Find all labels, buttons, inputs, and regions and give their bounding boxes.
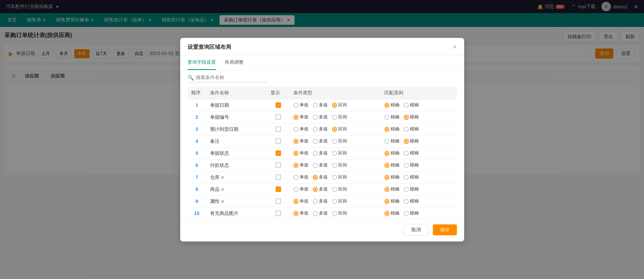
checkbox-6[interactable] xyxy=(276,174,281,180)
type-radio-3-1[interactable]: 多值 xyxy=(313,138,328,144)
row-match-9: 精确模糊 xyxy=(381,207,457,218)
row-show-8[interactable] xyxy=(267,195,290,207)
type-radio-8-2[interactable]: 区间 xyxy=(332,198,347,204)
row-name-0: 单据日期 xyxy=(206,99,267,111)
type-radio-7-0[interactable]: 单值 xyxy=(293,186,308,192)
type-radio-7-2[interactable]: 区间 xyxy=(332,186,347,192)
type-radio-4-0[interactable]: 单值 xyxy=(293,150,308,156)
type-radio-6-2[interactable]: 区间 xyxy=(332,174,347,180)
type-radio-5-2[interactable]: 区间 xyxy=(332,162,347,168)
type-radio-3-0[interactable]: 单值 xyxy=(293,138,308,144)
row-show-3[interactable] xyxy=(267,135,290,147)
row-match-2: 精确模糊 xyxy=(381,123,457,135)
row-match-6: 精确模糊 xyxy=(381,171,457,183)
save-btn[interactable]: 保存 xyxy=(433,224,457,235)
type-radio-9-0[interactable]: 单值 xyxy=(293,210,308,216)
row-type-5: 单值多值区间 xyxy=(290,159,381,171)
type-radio-0-0[interactable]: 单值 xyxy=(293,102,308,108)
match-radio-2-1[interactable]: 模糊 xyxy=(404,126,419,132)
row-show-6[interactable] xyxy=(267,171,290,183)
type-radio-8-1[interactable]: 多值 xyxy=(313,198,328,204)
match-radio-4-1[interactable]: 模糊 xyxy=(404,150,419,156)
checkbox-1[interactable] xyxy=(276,114,281,120)
row-order-5: 6 xyxy=(187,159,206,171)
checkbox-2[interactable] xyxy=(276,126,281,132)
search-input[interactable] xyxy=(196,75,268,80)
row-type-3: 单值多值区间 xyxy=(290,135,381,147)
type-radio-0-1[interactable]: 多值 xyxy=(313,102,328,108)
type-radio-2-1[interactable]: 多值 xyxy=(313,126,328,132)
row-show-1[interactable] xyxy=(267,111,290,123)
match-radio-0-0[interactable]: 精确 xyxy=(384,102,399,108)
row-show-4[interactable]: ✓ xyxy=(267,147,290,159)
cancel-btn[interactable]: 取消 xyxy=(404,224,428,236)
match-radio-3-0[interactable]: 精确 xyxy=(384,138,399,144)
match-radio-7-0[interactable]: 精确 xyxy=(384,186,399,192)
type-radio-1-2[interactable]: 区间 xyxy=(332,114,347,120)
dialog-close-btn[interactable]: × xyxy=(453,44,457,50)
row-match-0: 精确模糊 xyxy=(381,99,457,111)
match-radio-6-0[interactable]: 精确 xyxy=(384,174,399,180)
row-show-0[interactable]: ✓ xyxy=(267,99,290,111)
match-radio-8-1[interactable]: 模糊 xyxy=(404,198,419,204)
match-radio-8-0[interactable]: 精确 xyxy=(384,198,399,204)
type-radio-9-2[interactable]: 区间 xyxy=(332,210,347,216)
match-radio-1-0[interactable]: 精确 xyxy=(384,114,399,120)
type-radio-5-0[interactable]: 单值 xyxy=(293,162,308,168)
dialog-header: 设置查询区域布局 × xyxy=(180,38,464,55)
row-match-1: 精确模糊 xyxy=(381,111,457,123)
type-radio-4-1[interactable]: 多值 xyxy=(313,150,328,156)
dialog-tab-layout[interactable]: 布局调整 xyxy=(225,55,244,70)
type-radio-7-1[interactable]: 多值 xyxy=(313,186,328,192)
match-radio-6-1[interactable]: 模糊 xyxy=(404,174,419,180)
type-radio-0-2[interactable]: 区间 xyxy=(332,102,347,108)
checkbox-3[interactable] xyxy=(276,138,281,144)
match-radio-0-1[interactable]: 模糊 xyxy=(404,102,419,108)
type-radio-9-1[interactable]: 多值 xyxy=(313,210,328,216)
row-type-7: 单值多值区间 xyxy=(290,183,381,195)
type-radio-4-2[interactable]: 区间 xyxy=(332,150,347,156)
row-name-9: 有无商品图片 xyxy=(206,207,267,218)
match-radio-1-1[interactable]: 模糊 xyxy=(404,114,419,120)
match-radio-7-1[interactable]: 模糊 xyxy=(404,186,419,192)
table-row: 8商品 ∨✓单值多值区间精确模糊 xyxy=(187,183,457,195)
type-radio-5-1[interactable]: 多值 xyxy=(313,162,328,168)
match-radio-2-0[interactable]: 精确 xyxy=(384,126,399,132)
dialog-tab-query-fields[interactable]: 查询字段设置 xyxy=(187,55,216,70)
match-radio-5-0[interactable]: 精确 xyxy=(384,162,399,168)
row-show-5[interactable] xyxy=(267,159,290,171)
type-radio-3-2[interactable]: 区间 xyxy=(332,138,347,144)
type-radio-2-2[interactable]: 区间 xyxy=(332,126,347,132)
table-row: 10有无商品图片单值多值区间精确模糊 xyxy=(187,207,457,218)
row-match-7: 精确模糊 xyxy=(381,183,457,195)
type-radio-1-1[interactable]: 多值 xyxy=(313,114,328,120)
table-row: 9属性 ∨单值多值区间精确模糊 xyxy=(187,195,457,207)
checkbox-8[interactable] xyxy=(276,199,281,204)
dialog: 设置查询区域布局 × 查询字段设置 布局调整 🔍 顺序 条件名称 xyxy=(180,38,464,241)
checkbox-7[interactable]: ✓ xyxy=(276,186,281,192)
match-radio-9-1[interactable]: 模糊 xyxy=(404,210,419,216)
row-type-1: 单值多值区间 xyxy=(290,111,381,123)
row-show-9[interactable] xyxy=(267,207,290,218)
checkbox-5[interactable] xyxy=(276,162,281,168)
checkbox-4[interactable]: ✓ xyxy=(276,150,281,156)
table-row: 2单据编号单值多值区间精确模糊 xyxy=(187,111,457,123)
match-radio-3-1[interactable]: 模糊 xyxy=(404,138,419,144)
row-match-5: 精确模糊 xyxy=(381,159,457,171)
type-radio-8-0[interactable]: 单值 xyxy=(293,198,308,204)
row-show-7[interactable]: ✓ xyxy=(267,183,290,195)
match-radio-9-0[interactable]: 精确 xyxy=(384,210,399,216)
dialog-footer: 取消 保存 xyxy=(180,218,464,241)
row-order-8: 9 xyxy=(187,195,206,207)
type-radio-6-1[interactable]: 多值 xyxy=(313,174,328,180)
type-radio-6-0[interactable]: 单值 xyxy=(293,174,308,180)
row-show-2[interactable] xyxy=(267,123,290,135)
match-radio-5-1[interactable]: 模糊 xyxy=(404,162,419,168)
checkbox-9[interactable] xyxy=(276,211,281,216)
checkbox-0[interactable]: ✓ xyxy=(276,102,281,108)
type-radio-2-0[interactable]: 单值 xyxy=(293,126,308,132)
table-row: 6付款状态单值多值区间精确模糊 xyxy=(187,159,457,171)
type-radio-1-0[interactable]: 单值 xyxy=(293,114,308,120)
match-radio-4-0[interactable]: 精确 xyxy=(384,150,399,156)
row-name-6: 仓库 ∨ xyxy=(206,171,267,183)
